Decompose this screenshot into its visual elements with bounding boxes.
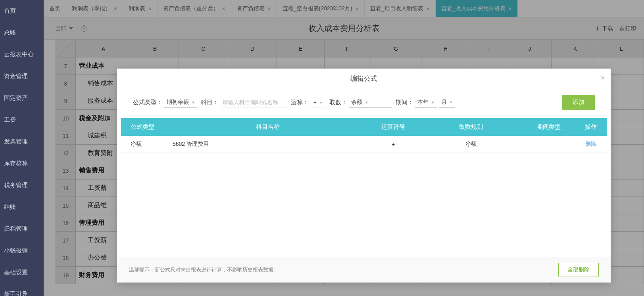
th-rule: 取数规则	[419, 118, 523, 136]
period-year-select[interactable]: 本年 ▼	[415, 97, 437, 108]
delete-all-button[interactable]: 全部删除	[558, 263, 599, 277]
th-subject: 科目名称	[169, 118, 367, 136]
sidebar-item-settings[interactable]: 基础设置	[0, 262, 44, 283]
sidebar-item-guide[interactable]: 新手引导	[0, 283, 44, 296]
period-label: 期间：	[396, 99, 413, 106]
cell-period	[523, 136, 575, 153]
th-op: 运算符号	[367, 118, 419, 136]
delete-row-link[interactable]: 删除	[585, 141, 596, 147]
th-period: 期间类型	[523, 118, 575, 136]
sidebar-item-ledger[interactable]: 总账	[0, 22, 44, 44]
subject-input[interactable]	[220, 97, 288, 107]
close-icon[interactable]: ×	[600, 73, 605, 82]
formula-row: 净额 5602 管理费用 + 净额 删除	[121, 136, 607, 153]
sidebar-item-close[interactable]: 结账	[0, 196, 44, 218]
operator-select[interactable]: + ▼	[310, 97, 326, 107]
fetch-select[interactable]: 余额 ▼	[349, 97, 392, 108]
type-select[interactable]: 期初余额 ▼	[164, 97, 198, 108]
subject-label: 科目：	[201, 99, 219, 106]
cell-type: 净额	[121, 136, 169, 153]
modal-title: 编辑公式	[350, 74, 377, 83]
sidebar-item-report-center[interactable]: 云报表中心	[0, 44, 44, 65]
fetch-label: 取数：	[329, 99, 347, 106]
th-type: 公式类型	[121, 118, 169, 136]
chevron-down-icon: ▼	[365, 100, 369, 105]
tip-text: 温馨提示：新公式只对未出报表进行计算，不影响历史报表数据。	[129, 266, 279, 273]
sidebar-item-home[interactable]: 首页	[0, 0, 44, 22]
cell-op: +	[367, 136, 419, 153]
cell-subject: 5602 管理费用	[169, 136, 367, 153]
sidebar-item-fixed-assets[interactable]: 固定资产	[0, 87, 44, 109]
edit-formula-modal: 编辑公式 × 公式类型： 期初余额 ▼ 科目： 运算： + ▼ 取数： 余额 ▼…	[117, 69, 611, 283]
operator-label: 运算：	[291, 99, 309, 106]
sidebar-item-salary[interactable]: 工资	[0, 109, 44, 131]
cell-rule: 净额	[419, 136, 523, 153]
th-action: 操作	[575, 118, 607, 136]
sidebar: 首页 总账 云报表中心 资金管理 固定资产 工资 发票管理 库存核算 税务管理 …	[0, 0, 44, 296]
chevron-down-icon: ▼	[449, 100, 453, 105]
formula-table: 公式类型 科目名称 运算符号 取数规则 期间类型 操作 净额 5602 管理费用…	[121, 118, 607, 153]
type-label: 公式类型：	[133, 99, 163, 106]
sidebar-item-fund[interactable]: 资金管理	[0, 65, 44, 87]
chevron-down-icon: ▼	[191, 100, 195, 105]
chevron-down-icon: ▼	[431, 100, 435, 105]
chevron-down-icon: ▼	[319, 101, 323, 105]
add-button[interactable]: 添加	[562, 95, 595, 110]
sidebar-item-expense[interactable]: 小畅报销	[0, 240, 44, 262]
modal-footer: 温馨提示：新公式只对未出报表进行计算，不影响历史报表数据。 全部删除	[117, 257, 611, 283]
sidebar-item-invoice[interactable]: 发票管理	[0, 131, 44, 153]
sidebar-item-inventory[interactable]: 库存核算	[0, 153, 44, 174]
sidebar-item-archive[interactable]: 归档管理	[0, 218, 44, 240]
formula-form: 公式类型： 期初余额 ▼ 科目： 运算： + ▼ 取数： 余额 ▼ 期间： 本年…	[117, 88, 611, 118]
sidebar-item-tax[interactable]: 税务管理	[0, 174, 44, 196]
period-month-select[interactable]: 月 ▼	[439, 97, 456, 108]
modal-header: 编辑公式 ×	[117, 69, 611, 88]
